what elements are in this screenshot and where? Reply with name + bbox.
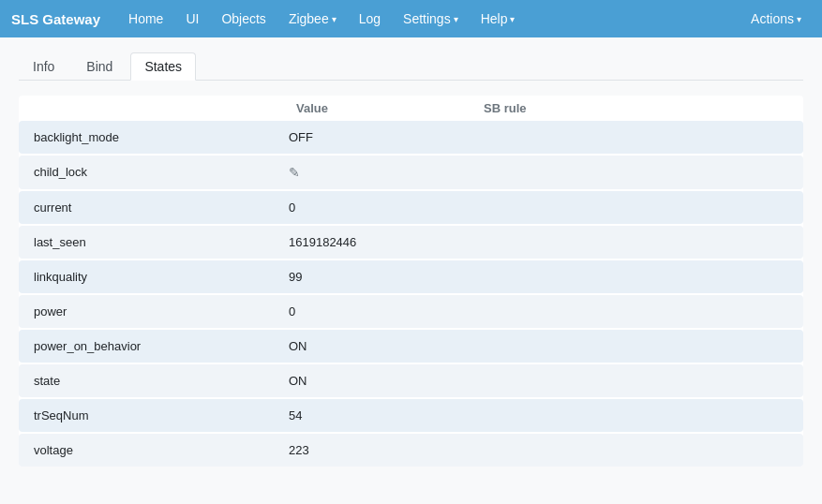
table-row: stateON xyxy=(19,364,803,397)
state-sb-cell xyxy=(469,364,803,397)
table-row: current0 xyxy=(19,191,803,224)
table-row: backlight_modeOFF xyxy=(19,121,803,154)
nav-item-log[interactable]: Log xyxy=(350,6,390,32)
state-sb-cell xyxy=(469,191,803,224)
settings-dropdown-arrow: ▾ xyxy=(454,14,458,24)
nav-item-zigbee[interactable]: Zigbee ▾ xyxy=(279,6,346,32)
main-content: Info Bind States Value SB rule backlight… xyxy=(0,37,822,483)
table-row: voltage223 xyxy=(19,434,803,467)
state-sb-cell xyxy=(469,434,803,467)
state-value-cell: 0 xyxy=(281,295,469,328)
table-body: backlight_modeOFFchild_lock✎current0last… xyxy=(19,121,803,467)
tab-info[interactable]: Info xyxy=(19,52,68,81)
nav-item-settings[interactable]: Settings ▾ xyxy=(394,6,468,32)
state-value-cell: 0 xyxy=(281,191,469,224)
state-name-cell: current xyxy=(19,191,281,224)
actions-dropdown-arrow: ▾ xyxy=(797,14,801,24)
state-value-cell: ✎ xyxy=(281,156,469,189)
states-table: Value SB rule backlight_modeOFFchild_loc… xyxy=(19,96,803,467)
nav-menu: Home UI Objects Zigbee ▾ Log Settings ▾ … xyxy=(119,6,741,32)
table-header: Value SB rule xyxy=(19,96,803,121)
navbar: SLS Gateway Home UI Objects Zigbee ▾ Log… xyxy=(0,0,822,37)
state-sb-cell xyxy=(469,330,803,363)
state-value-cell: OFF xyxy=(281,121,469,154)
zigbee-dropdown-arrow: ▾ xyxy=(332,14,336,24)
state-value-cell: 223 xyxy=(281,434,469,467)
state-sb-cell xyxy=(469,121,803,154)
state-name-cell: trSeqNum xyxy=(19,399,281,432)
help-dropdown-arrow: ▾ xyxy=(510,14,515,24)
actions-button[interactable]: Actions ▾ xyxy=(741,6,811,32)
table-row: linkquality99 xyxy=(19,260,803,293)
nav-item-home[interactable]: Home xyxy=(119,6,172,32)
state-value-cell: 54 xyxy=(281,399,469,432)
col-sbrule-header: SB rule xyxy=(484,101,788,115)
app-brand[interactable]: SLS Gateway xyxy=(11,11,100,27)
state-name-cell: state xyxy=(19,364,281,397)
col-value-header: Value xyxy=(296,101,484,115)
table-row: trSeqNum54 xyxy=(19,399,803,432)
state-name-cell: last_seen xyxy=(19,226,281,259)
table-row: last_seen1619182446 xyxy=(19,226,803,259)
nav-actions[interactable]: Actions ▾ xyxy=(741,6,811,32)
state-value-cell: 99 xyxy=(281,260,469,293)
nav-item-help[interactable]: Help ▾ xyxy=(471,6,525,32)
state-name-cell: voltage xyxy=(19,434,281,467)
state-name-cell: power xyxy=(19,295,281,328)
col-name-header xyxy=(34,101,296,115)
state-name-cell: child_lock xyxy=(19,156,281,189)
tab-bind[interactable]: Bind xyxy=(72,52,127,81)
state-name-cell: backlight_mode xyxy=(19,121,281,154)
nav-item-objects[interactable]: Objects xyxy=(212,6,275,32)
edit-icon[interactable]: ✎ xyxy=(289,165,300,180)
state-sb-cell xyxy=(469,226,803,259)
nav-item-ui[interactable]: UI xyxy=(176,6,208,32)
table-row: power0 xyxy=(19,295,803,328)
state-name-cell: linkquality xyxy=(19,260,281,293)
tabs-bar: Info Bind States xyxy=(19,52,803,81)
state-value-cell: 1619182446 xyxy=(281,226,469,259)
state-sb-cell xyxy=(469,295,803,328)
state-sb-cell xyxy=(469,399,803,432)
state-value-cell: ON xyxy=(281,330,469,363)
state-name-cell: power_on_behavior xyxy=(19,330,281,363)
tab-states[interactable]: States xyxy=(130,52,196,81)
state-sb-cell xyxy=(469,260,803,293)
state-sb-cell xyxy=(469,156,803,189)
table-row: power_on_behaviorON xyxy=(19,330,803,363)
state-value-cell: ON xyxy=(281,364,469,397)
table-row: child_lock✎ xyxy=(19,156,803,189)
